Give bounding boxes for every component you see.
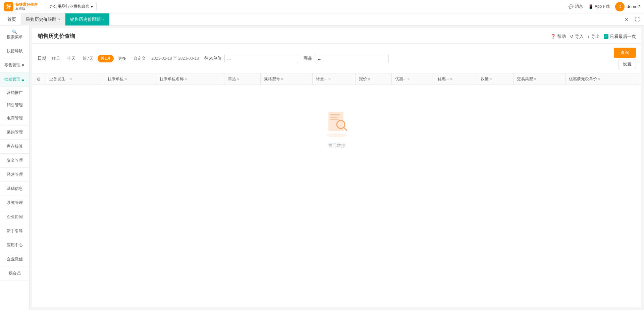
sort-icon: ⇅ xyxy=(328,77,331,81)
sidebar-marketing-label: 营销推广 xyxy=(7,90,23,95)
sidebar-item-basic[interactable]: 基础信息 xyxy=(0,182,29,196)
gear-icon: ⚙ xyxy=(37,76,41,82)
col-discount-amount[interactable]: 优惠...⇅ xyxy=(434,73,477,85)
tab-purchase-history[interactable]: 采购历史价跟踪 × xyxy=(21,13,65,25)
sidebar-item-system[interactable]: 系统管理 xyxy=(0,196,29,210)
sidebar-operations-label: 经营管理 xyxy=(7,172,23,177)
sidebar-retail-label: 零售管理 xyxy=(4,62,20,68)
close-all-tabs-button[interactable]: ✕ xyxy=(623,15,631,23)
page-actions: ❓ 帮助 ↺ 导入 ↓ 导出 只看最后一次 xyxy=(550,34,636,40)
date-options: 昨天 今天 近7天 近1月 更多 自定义 xyxy=(49,55,149,62)
goods-label: 商品 xyxy=(304,55,312,61)
sidebar-item-search[interactable]: 🔍 搜索菜单 xyxy=(0,25,29,44)
col-discount-rate[interactable]: 优惠...⇅ xyxy=(391,73,434,85)
help-label: 帮助 xyxy=(557,34,566,40)
date-filter: 日期 昨天 今天 近7天 近1月 更多 自定义 xyxy=(38,55,149,62)
empty-text: 暂元数据 xyxy=(328,143,345,149)
col-goods-label: 商品 xyxy=(228,76,236,81)
col-gear[interactable]: ⚙ xyxy=(32,73,46,85)
app-download-button[interactable]: 📱 App下载 xyxy=(588,4,610,9)
close-purchase-tab-icon[interactable]: × xyxy=(58,17,60,21)
sidebar-item-purchase[interactable]: 采购管理 xyxy=(0,125,29,140)
sidebar-basic-label: 基础信息 xyxy=(7,186,23,191)
svg-rect-2 xyxy=(330,114,340,115)
tab-purchase-history-label: 采购历史价跟踪 xyxy=(26,16,56,22)
table-container: ⚙ 业务发生...⇅ 往来单位⇅ 往来单位名称⇅ 商品⇅ 规格型号⇅ 计量...… xyxy=(32,73,641,307)
maximize-button[interactable]: ⛶ xyxy=(633,15,641,23)
date-btn-custom[interactable]: 自定义 xyxy=(130,55,149,62)
sort-icon: ⇅ xyxy=(534,77,536,81)
sidebar-item-member[interactable]: 畅会员 xyxy=(0,266,29,280)
query-button[interactable]: 查询 xyxy=(614,48,636,58)
sidebar-item-marketing[interactable]: 营销推广 xyxy=(0,87,29,99)
settings-button[interactable]: 设置 xyxy=(619,59,636,69)
counterpart-filter: 往来单位 ... xyxy=(204,54,298,63)
close-sales-tab-icon[interactable]: × xyxy=(103,17,105,21)
tab-sales-history-label: 销售历史价跟踪 xyxy=(70,16,101,22)
sidebar-item-cooperation[interactable]: 企业协同 xyxy=(0,210,29,224)
import-button[interactable]: ↺ 导入 xyxy=(570,34,584,40)
col-pre-tax-price[interactable]: 优惠前无税单价⇅ xyxy=(566,73,641,85)
col-goods[interactable]: 商品⇅ xyxy=(224,73,260,85)
col-spec[interactable]: 规格型号⇅ xyxy=(260,73,312,85)
tab-home[interactable]: 首页 xyxy=(3,13,21,25)
sidebar-item-apps[interactable]: 应用中心 xyxy=(0,238,29,252)
only-last-checkbox[interactable]: 只看最后一次 xyxy=(604,34,636,40)
user-area[interactable]: D demo2 xyxy=(615,2,640,11)
export-button[interactable]: ↓ 导出 xyxy=(588,34,600,40)
date-btn-7days[interactable]: 近7天 xyxy=(80,55,96,62)
col-biz-date[interactable]: 业务发生...⇅ xyxy=(46,73,104,85)
col-counterpart-code[interactable]: 往来单位⇅ xyxy=(104,73,156,85)
company-name: 办公用品行业模拟账套 xyxy=(49,4,90,9)
sort-icon: ⇅ xyxy=(184,77,187,81)
logo-line1: 畅捷通好生意 xyxy=(15,2,38,7)
col-spec-label: 规格型号 xyxy=(264,76,280,81)
sidebar-item-finance[interactable]: 资金管理 xyxy=(0,154,29,168)
search-icon: 🔍 xyxy=(12,30,17,34)
date-btn-yesterday[interactable]: 昨天 xyxy=(49,55,63,62)
col-quote[interactable]: 报价⇅ xyxy=(355,73,391,85)
sidebar-item-quick-nav[interactable]: 快捷导航 xyxy=(0,44,29,58)
company-selector[interactable]: 办公用品行业模拟账套 ▾ xyxy=(46,2,97,11)
sidebar-item-wholesale[interactable]: 批发管理 ▲ xyxy=(0,72,29,87)
svg-rect-4 xyxy=(330,119,339,120)
col-unit[interactable]: 计量...⇅ xyxy=(312,73,355,85)
date-btn-today[interactable]: 今天 xyxy=(64,55,78,62)
export-label: 导出 xyxy=(591,34,600,40)
sidebar-item-wechat[interactable]: 企业微信 xyxy=(0,252,29,266)
sidebar-ecommerce-label: 电商管理 xyxy=(7,116,23,120)
col-counterpart-name[interactable]: 往来单位名称⇅ xyxy=(156,73,224,85)
col-quantity[interactable]: 数量⇅ xyxy=(477,73,513,85)
sidebar-item-guide[interactable]: 新手引导 xyxy=(0,224,29,238)
message-button[interactable]: 💬 消息 xyxy=(569,4,583,9)
top-bar-right: 💬 消息 📱 App下载 D demo2 xyxy=(569,2,640,11)
sidebar-item-inventory[interactable]: 库存核算 xyxy=(0,140,29,154)
company-dropdown-icon: ▾ xyxy=(91,4,93,9)
table-head: ⚙ 业务发生...⇅ 往来单位⇅ 往来单位名称⇅ 商品⇅ 规格型号⇅ 计量...… xyxy=(32,73,641,85)
page-container: 销售历史价查询 ❓ 帮助 ↺ 导入 ↓ 导出 xyxy=(32,28,641,307)
sidebar-item-operations[interactable]: 经营管理 xyxy=(0,168,29,182)
sidebar-item-sales[interactable]: 销售管理 xyxy=(0,99,29,111)
empty-illustration xyxy=(320,105,354,139)
top-bar-left: 好 畅捷通好生意 标准版 办公用品行业模拟账套 ▾ xyxy=(4,2,97,11)
col-quantity-label: 数量 xyxy=(481,76,489,81)
sort-icon: ⇅ xyxy=(236,77,239,81)
sidebar-item-ecommerce[interactable]: 电商管理 xyxy=(0,111,29,125)
date-btn-more[interactable]: 更多 xyxy=(115,55,129,62)
goods-input[interactable]: ... xyxy=(315,54,389,63)
sort-icon: ⇅ xyxy=(489,77,492,81)
help-button[interactable]: ❓ 帮助 xyxy=(550,34,566,40)
filter-bar: 日期 昨天 今天 近7天 近1月 更多 自定义 2023-02-18 至 202… xyxy=(32,44,641,73)
retail-arrow-icon: ▼ xyxy=(21,63,25,68)
tab-sales-history[interactable]: 销售历史价跟踪 × xyxy=(65,13,110,25)
counterpart-input[interactable]: ... xyxy=(224,54,298,63)
date-btn-1month[interactable]: 近1月 xyxy=(98,55,114,62)
import-label: 导入 xyxy=(575,34,584,40)
message-label: 消息 xyxy=(575,4,583,9)
col-counterpart-code-label: 往来单位 xyxy=(108,76,124,81)
col-trade-type[interactable]: 交易类型⇅ xyxy=(513,73,565,85)
sidebar-item-retail[interactable]: 零售管理 ▼ xyxy=(0,58,29,72)
date-label: 日期 xyxy=(38,55,46,61)
counterpart-dots: ... xyxy=(227,56,231,61)
empty-svg xyxy=(320,105,354,139)
